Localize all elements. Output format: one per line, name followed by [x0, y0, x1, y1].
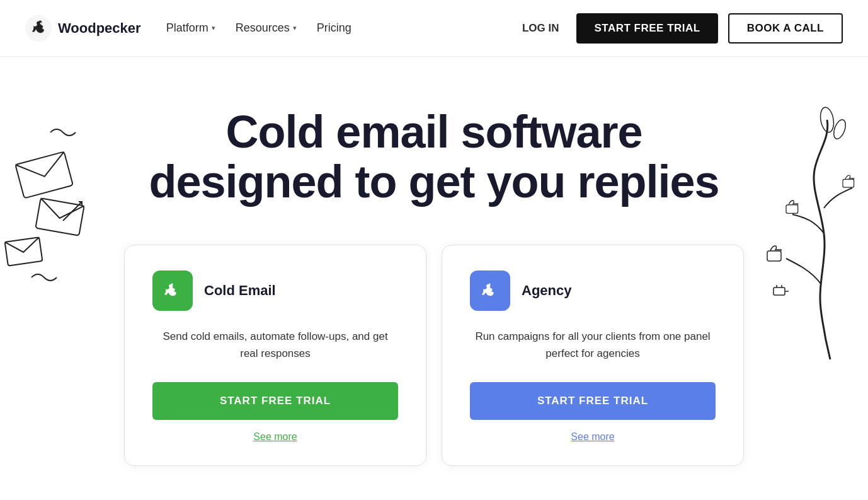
login-button[interactable]: LOG IN [515, 17, 567, 40]
hero-section: Cold email software designed to get you … [0, 57, 868, 500]
agency-description: Run campaigns for all your clients from … [470, 328, 716, 362]
cold-email-title: Cold Email [204, 282, 276, 299]
cold-email-see-more-link[interactable]: See more [152, 431, 398, 443]
svg-rect-6 [786, 205, 798, 214]
platform-chevron-icon: ▾ [212, 24, 215, 32]
agency-trial-button[interactable]: START FREE TRIAL [470, 382, 716, 420]
logo-text: Woodpecker [58, 20, 141, 37]
svg-point-8 [819, 107, 836, 134]
nav-start-trial-button[interactable]: START FREE TRIAL [576, 13, 717, 44]
cold-email-description: Send cold emails, automate follow-ups, a… [152, 328, 398, 362]
cold-email-card: Cold Email Send cold emails, automate fo… [124, 245, 426, 466]
agency-title: Agency [522, 282, 571, 299]
hero-headline: Cold email software designed to get you … [119, 107, 749, 207]
svg-rect-7 [843, 179, 854, 187]
cards-container: Cold Email Send cold emails, automate fo… [25, 245, 843, 491]
cold-email-icon-svg [161, 279, 185, 303]
woodpecker-logo-icon [25, 15, 52, 42]
agency-card: Agency Run campaigns for all your client… [442, 245, 744, 466]
cold-email-card-header: Cold Email [152, 270, 398, 311]
nav-links: Platform ▾ Resources ▾ Pricing [166, 21, 515, 35]
resources-chevron-icon: ▾ [293, 24, 297, 32]
cold-email-icon [152, 270, 193, 311]
svg-point-9 [831, 118, 848, 141]
nav-resources[interactable]: Resources ▾ [236, 21, 297, 35]
svg-rect-3 [35, 198, 84, 235]
svg-rect-2 [15, 152, 73, 199]
navigation: Woodpecker Platform ▾ Resources ▾ Pricin… [0, 0, 868, 57]
agency-card-header: Agency [470, 270, 716, 311]
agency-icon-svg [478, 279, 502, 303]
logo-link[interactable]: Woodpecker [25, 15, 141, 42]
agency-icon [470, 270, 510, 311]
svg-point-1 [40, 22, 42, 24]
svg-point-14 [173, 285, 174, 286]
agency-see-more-link[interactable]: See more [470, 431, 716, 443]
nav-pricing[interactable]: Pricing [317, 21, 351, 35]
nav-actions: LOG IN START FREE TRIAL BOOK A CALL [515, 13, 843, 44]
svg-point-15 [490, 285, 491, 286]
nav-book-call-button[interactable]: BOOK A CALL [728, 13, 843, 44]
nav-platform[interactable]: Platform ▾ [166, 21, 215, 35]
cold-email-trial-button[interactable]: START FREE TRIAL [152, 382, 398, 420]
